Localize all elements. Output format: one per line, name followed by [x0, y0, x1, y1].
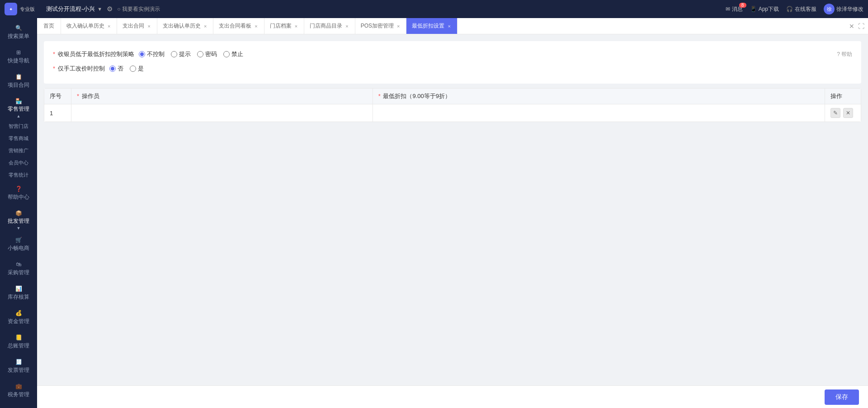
sidebar-item-search[interactable]: 🔍 搜索菜单: [0, 20, 37, 45]
tax-icon: 💼: [15, 383, 22, 389]
tab-expand-icon[interactable]: ⛶: [858, 23, 864, 30]
customer-service-item[interactable]: 🎧 在线客服: [786, 5, 816, 13]
help-link[interactable]: ? 帮助: [837, 51, 852, 58]
tab-close-store-catalog[interactable]: ×: [344, 23, 349, 29]
nav-icon: ⊞: [16, 49, 21, 56]
sidebar-item-member-center[interactable]: 会员中心: [0, 157, 37, 169]
sidebar-item-wholesale-mgmt[interactable]: 📦 批发管理 ▼: [0, 206, 37, 232]
main-layout: 🔍 搜索菜单 ⊞ 快捷导航 📋 项目合同 🏪 零售管理 ▲ 智营门店 零售商城 …: [0, 18, 868, 408]
form-row-1: * 收银员低于最低折扣控制策略 不控制 提示: [53, 50, 852, 58]
delete-row-button[interactable]: ✕: [843, 108, 853, 118]
sidebar-item-retail-mgmt[interactable]: 🏪 零售管理 ▲: [0, 94, 37, 120]
table-scroll[interactable]: 序号 * 操作员 * 最低折扣（9.00等于9折）: [44, 88, 861, 122]
logo-icon: ✦: [5, 3, 17, 15]
sidebar-item-retail-mall[interactable]: 零售商城: [0, 132, 37, 145]
data-table: 序号 * 操作员 * 最低折扣（9.00等于9折）: [44, 88, 861, 122]
radio-ban[interactable]: 禁止: [223, 50, 243, 58]
tab-close-store-archive[interactable]: ×: [294, 23, 298, 29]
sidebar-item-purchase-mgmt[interactable]: 🛍 采购管理: [0, 257, 37, 281]
headset-icon: 🎧: [786, 6, 793, 12]
tab-close-payment-contract[interactable]: ×: [146, 23, 151, 29]
tab-home[interactable]: 首页: [37, 18, 61, 34]
tab-bar: 首页 收入确认单历史 × 支出合同 × 支出确认单历史 × 支出合同看板 × 门…: [37, 18, 868, 34]
user-item[interactable]: 徐 徐泽华修改: [824, 4, 863, 14]
wholesale-icon: 📦: [15, 210, 22, 216]
field1-label: * 收银员低于最低折扣控制策略: [53, 50, 134, 58]
cell-discount: [373, 104, 825, 122]
search-icon: 🔍: [15, 25, 22, 31]
topbar-right: ✉ 消息 8 📱 App下载 🎧 在线客服 徐 徐泽华修改: [726, 4, 863, 14]
purchase-icon: 🛍: [16, 261, 21, 267]
phone-icon: 📱: [750, 6, 757, 12]
contract-icon: 📋: [15, 74, 22, 80]
capital-icon: 💰: [15, 310, 22, 316]
chevron-down-icon: ▼: [97, 6, 102, 12]
sidebar-item-tax-mgmt[interactable]: 💼 税务管理: [0, 379, 37, 403]
field2-label: * 仅手工改价时控制: [53, 65, 105, 73]
sidebar-item-marketing[interactable]: 营销推广: [0, 145, 37, 157]
radio-no[interactable]: 否: [109, 65, 123, 73]
sidebar-item-invoice-mgmt[interactable]: 🧾 发票管理: [0, 354, 37, 379]
tab-pos-pwd[interactable]: POS加密管理 ×: [355, 18, 407, 34]
ecommerce-icon: 🛒: [15, 237, 22, 243]
radio-yes[interactable]: 是: [130, 65, 144, 73]
app-download-item[interactable]: 📱 App下载: [750, 5, 779, 13]
chevron-down-icon: ▼: [17, 226, 21, 230]
radio-group-control: 不控制 提示 密码 禁止: [139, 50, 243, 58]
tab-min-discount[interactable]: 最低折扣设置 ×: [406, 18, 457, 34]
tab-close-payment-confirm[interactable]: ×: [203, 23, 208, 29]
form-row-2: * 仅手工改价时控制 否 是: [53, 65, 852, 73]
tab-payment-confirm[interactable]: 支出确认单历史 ×: [157, 18, 213, 34]
chevron-up-icon: ▲: [17, 114, 21, 118]
tab-bar-actions: ✕ ⛶: [845, 23, 868, 30]
cell-action: ✎ ✕: [825, 104, 861, 122]
radio-no-control[interactable]: 不控制: [139, 50, 165, 58]
radio-group-manual: 否 是: [109, 65, 144, 73]
tab-close-payment-board[interactable]: ×: [254, 23, 258, 29]
tab-close-min-discount[interactable]: ×: [447, 23, 451, 29]
radio-password[interactable]: 密码: [197, 50, 217, 58]
cell-seq: 1: [44, 104, 71, 122]
logo-area: ✦ 专业版: [5, 3, 42, 15]
form-card: * 收银员低于最低折扣控制策略 不控制 提示: [44, 41, 861, 84]
col-header-discount: * 最低折扣（9.00等于9折）: [373, 89, 825, 104]
tab-payment-contract[interactable]: 支出合同 ×: [117, 18, 157, 34]
question-icon: ?: [837, 51, 840, 57]
table-row: 1 ✎ ✕: [44, 104, 861, 122]
tab-store-archive[interactable]: 门店档案 ×: [264, 18, 304, 34]
sidebar-item-quick-nav[interactable]: ⊞ 快捷导航: [0, 45, 37, 69]
tab-close-all-icon[interactable]: ✕: [849, 23, 854, 30]
topbar: ✦ 专业版 测试分开流程-小兴 ▼ ⚙ ○ 我要看实例演示 ✉ 消息 8 📱 A…: [0, 0, 868, 18]
tab-store-catalog[interactable]: 门店商品目录 ×: [304, 18, 355, 34]
tab-close-pos-pwd[interactable]: ×: [396, 23, 401, 29]
sidebar-item-smart-store[interactable]: 智营门店: [0, 120, 37, 132]
avatar: 徐: [824, 4, 835, 14]
edit-row-button[interactable]: ✎: [830, 108, 840, 118]
sidebar-item-ledger-mgmt[interactable]: 📒 总账管理: [0, 330, 37, 354]
project-name: 测试分开流程-小兴: [46, 5, 95, 13]
tab-income-confirm[interactable]: 收入确认单历史 ×: [61, 18, 117, 34]
radio-remind[interactable]: 提示: [171, 50, 191, 58]
sidebar-item-capital-mgmt[interactable]: 💰 资金管理: [0, 305, 37, 330]
col-header-operator: * 操作员: [71, 89, 373, 104]
save-button[interactable]: 保存: [825, 389, 859, 405]
cell-operator: [71, 104, 373, 122]
tab-payment-board[interactable]: 支出合同看板 ×: [213, 18, 264, 34]
topbar-left: ✦ 专业版 测试分开流程-小兴 ▼ ⚙ ○ 我要看实例演示: [5, 3, 160, 15]
message-badge: 8: [739, 3, 746, 8]
logo-text: 专业版: [20, 6, 35, 13]
sidebar-item-help-center[interactable]: ❓ 帮助中心: [0, 181, 37, 206]
table-card: 序号 * 操作员 * 最低折扣（9.00等于9折）: [44, 88, 861, 122]
message-item[interactable]: ✉ 消息 8: [726, 5, 743, 13]
project-selector[interactable]: 测试分开流程-小兴 ▼: [46, 5, 102, 13]
tab-close-income-confirm[interactable]: ×: [107, 23, 111, 29]
sidebar-item-retail-stats[interactable]: 零售统计: [0, 169, 37, 181]
sidebar-item-ecommerce[interactable]: 🛒 小畅电商: [0, 232, 37, 257]
topbar-settings-icon[interactable]: ⚙: [107, 5, 113, 13]
sidebar-item-inventory[interactable]: 📊 库存核算: [0, 281, 37, 305]
demo-link[interactable]: ○ 我要看实例演示: [117, 5, 160, 13]
sidebar-item-fixed-assets[interactable]: 🏢 固定资产: [0, 403, 37, 408]
help-text: 帮助: [841, 51, 852, 58]
col-header-seq: 序号: [44, 89, 71, 104]
sidebar-item-project-contract[interactable]: 📋 项目合同: [0, 69, 37, 94]
